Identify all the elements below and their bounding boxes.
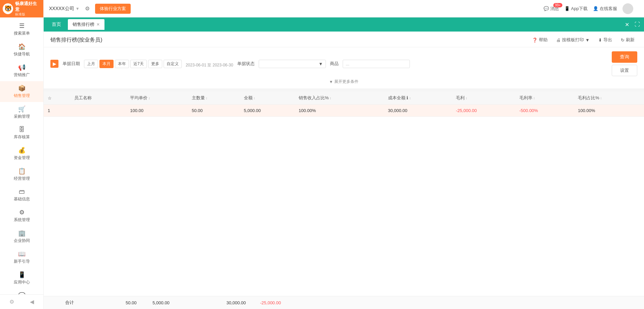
print-label: 按模板打印 xyxy=(562,37,584,43)
online-service-btn[interactable]: 👤 在线客服 xyxy=(593,6,617,12)
company-name: XXXXX公司 xyxy=(49,6,74,12)
tab-sales-ranking[interactable]: 销售排行榜 ✕ xyxy=(68,19,104,30)
th-gross[interactable]: 毛利 xyxy=(452,92,515,105)
sidebar-icon-guide: 📖 xyxy=(18,250,26,258)
sidebar-item-inventory[interactable]: 🗄库存核算 xyxy=(0,123,43,143)
date-custom-btn[interactable]: 自定义 xyxy=(164,60,182,68)
help-icon: ❓ xyxy=(532,38,538,43)
footer-cost: 30,000.00 xyxy=(222,300,256,305)
sidebar-label-guide: 新手引导 xyxy=(14,259,30,264)
logo-icon: 🐯 xyxy=(3,3,13,14)
app-icon: 📱 xyxy=(564,6,570,11)
sidebar-item-finance[interactable]: 💰资金管理 xyxy=(0,143,43,164)
date-prev-month-btn[interactable]: 上月 xyxy=(84,60,98,68)
sidebar-label-operations: 经营管理 xyxy=(14,176,30,182)
filter-expand-arrow[interactable]: ▶ xyxy=(50,60,58,68)
company-selector[interactable]: XXXXX公司 ▼ xyxy=(49,6,80,12)
sidebar-label-inventory: 库存核算 xyxy=(14,134,30,140)
tab-home[interactable]: 首页 xyxy=(46,17,67,32)
sidebar-item-guide[interactable]: 📖新手引导 xyxy=(0,247,43,268)
cell-amount: 5,000.00 xyxy=(240,105,295,117)
sidebar-item-enterprise[interactable]: 🏢企业协同 xyxy=(0,226,43,247)
print-chevron-icon: ▼ xyxy=(585,38,590,43)
trial-btn[interactable]: 体验行业方案 xyxy=(95,4,131,14)
filter-row: ▶ 单据日期 上月 本月 本年 近7天 更多 自定义 2023-06-01 至 … xyxy=(50,51,637,76)
sidebar-label-app-center: 应用中心 xyxy=(14,279,30,285)
app-download-label: App下载 xyxy=(571,6,588,12)
tab-close-all-btn[interactable]: ✕ xyxy=(624,20,631,29)
sidebar-item-search-orders[interactable]: ☰搜索菜单 xyxy=(0,19,43,40)
sidebar-item-wechat[interactable]: 💬企业微信 xyxy=(0,289,43,294)
sidebar-label-quick-nav: 快捷导航 xyxy=(14,51,30,57)
th-gross-pct[interactable]: 毛利占比% xyxy=(574,92,644,105)
sidebar-logo: 🐯 畅康通好生意 标准版 xyxy=(0,0,43,17)
help-btn[interactable]: ❓ 帮助 xyxy=(529,36,550,44)
table-head: ☆ 员工名称 平均单价 主数量 全额 销售收入占比% 成本全额 ℹ 毛利 毛利率… xyxy=(44,92,644,105)
sidebar-collapse-btn[interactable]: ◀ xyxy=(29,297,35,306)
avatar[interactable] xyxy=(622,3,633,14)
expand-down-icon: ▼ xyxy=(329,80,333,84)
sidebar-item-sales[interactable]: 📦销售管理 xyxy=(0,81,43,102)
th-sales-pct[interactable]: 销售收入占比% xyxy=(295,92,384,105)
sidebar-item-system[interactable]: ⚙系统管理 xyxy=(0,205,43,226)
th-avg-price[interactable]: 平均单价 xyxy=(126,92,187,105)
sidebar-icon-system: ⚙ xyxy=(19,209,25,216)
edition-label: 标准版 xyxy=(15,12,41,16)
th-amount[interactable]: 全额 xyxy=(240,92,295,105)
sidebar-item-marketing[interactable]: 📢营销推广 xyxy=(0,60,43,81)
tabbar: 首页 销售排行榜 ✕ ✕ ⛶ xyxy=(44,17,644,32)
table-header-row: ☆ 员工名称 平均单价 主数量 全额 销售收入占比% 成本全额 ℹ 毛利 毛利率… xyxy=(44,92,644,105)
table-footer: 合计 50.00 5,000.00 30,000.00 -25,000.00 xyxy=(44,296,644,309)
sidebar-label-marketing: 营销推广 xyxy=(14,72,30,78)
goods-input[interactable]: ... xyxy=(343,60,410,68)
page-header-actions: ❓ 帮助 🖨 按模板打印 ▼ ⬇ 导出 ↻ 刷新 xyxy=(529,36,637,44)
topbar-settings-btn[interactable]: ⚙ xyxy=(82,4,92,14)
cell-qty: 50.00 xyxy=(188,105,240,117)
sidebar-item-app-center[interactable]: 📱应用中心 xyxy=(0,268,43,289)
sidebar-icon-wechat: 💬 xyxy=(18,292,26,294)
th-gross-rate[interactable]: 毛利率 xyxy=(515,92,574,105)
app-download-btn[interactable]: 📱 App下载 xyxy=(564,6,588,12)
sidebar-settings-btn[interactable]: ⚙ xyxy=(8,297,15,306)
status-select[interactable]: ▼ xyxy=(259,60,326,68)
expand-more-btn[interactable]: ▼ 展开更多条件 xyxy=(50,76,637,85)
page-content: 销售排行榜(按业务员) ❓ 帮助 🖨 按模板打印 ▼ ⬇ 导出 ↻ 刷新 xyxy=(44,32,644,309)
sidebar-item-purchase[interactable]: 🛒采购管理 xyxy=(0,102,43,123)
date-year-btn[interactable]: 本年 xyxy=(115,60,129,68)
print-btn[interactable]: 🖨 按模板打印 ▼ xyxy=(554,36,592,44)
tab-close-icon[interactable]: ✕ xyxy=(96,22,100,27)
sidebar-icon-search-orders: ☰ xyxy=(19,22,25,30)
sidebar-icon-purchase: 🛒 xyxy=(18,105,26,113)
refresh-btn[interactable]: ↻ 刷新 xyxy=(618,36,637,44)
sidebar-label-system: 系统管理 xyxy=(14,217,30,223)
message-badge: 99+ xyxy=(553,3,562,7)
settings-btn-right[interactable]: 设置 xyxy=(612,65,637,76)
sidebar-item-basic-info[interactable]: 🗃基础信息 xyxy=(0,185,43,205)
logo-text: 畅康通好生意 标准版 xyxy=(15,1,41,17)
page-title: 销售排行榜(按业务员) xyxy=(50,37,102,44)
sidebar-icon-inventory: 🗄 xyxy=(19,126,25,133)
tab-expand-btn[interactable]: ⛶ xyxy=(633,20,641,29)
th-qty[interactable]: 主数量 xyxy=(188,92,240,105)
sidebar-nav: ☰搜索菜单🏠快捷导航📢营销推广📦销售管理🛒采购管理🗄库存核算💰资金管理📋经营管理… xyxy=(0,17,43,294)
th-employee: 员工名称 xyxy=(70,92,126,105)
query-btn[interactable]: 查询 xyxy=(612,51,637,63)
table-body: 1 100.00 50.00 5,000.00 100.00% 30,000.0… xyxy=(44,105,644,117)
topbar: XXXXX公司 ▼ ⚙ 体验行业方案 💬 消息 99+ 📱 App下载 👤 在线… xyxy=(44,0,644,17)
message-btn[interactable]: 💬 消息 99+ xyxy=(544,6,559,12)
date-more-btn[interactable]: 更多 xyxy=(148,60,162,68)
date-cur-month-btn[interactable]: 本月 xyxy=(99,60,114,68)
date-7days-btn[interactable]: 近7天 xyxy=(130,60,147,68)
tabbar-actions: ✕ ⛶ xyxy=(624,20,641,29)
export-btn[interactable]: ⬇ 导出 xyxy=(596,36,615,44)
topbar-actions: 💬 消息 99+ 📱 App下载 👤 在线客服 xyxy=(544,3,639,14)
cell-sales-pct: 100.00% xyxy=(295,105,384,117)
th-cost[interactable]: 成本全额 ℹ xyxy=(384,92,452,105)
cell-avg-price: 100.00 xyxy=(126,105,187,117)
footer-qty: 50.00 xyxy=(122,300,148,305)
sidebar-item-quick-nav[interactable]: 🏠快捷导航 xyxy=(0,40,43,60)
sidebar-item-operations[interactable]: 📋经营管理 xyxy=(0,164,43,185)
export-icon: ⬇ xyxy=(598,38,602,43)
sidebar-label-finance: 资金管理 xyxy=(14,155,30,161)
sidebar-icon-finance: 💰 xyxy=(18,147,26,154)
